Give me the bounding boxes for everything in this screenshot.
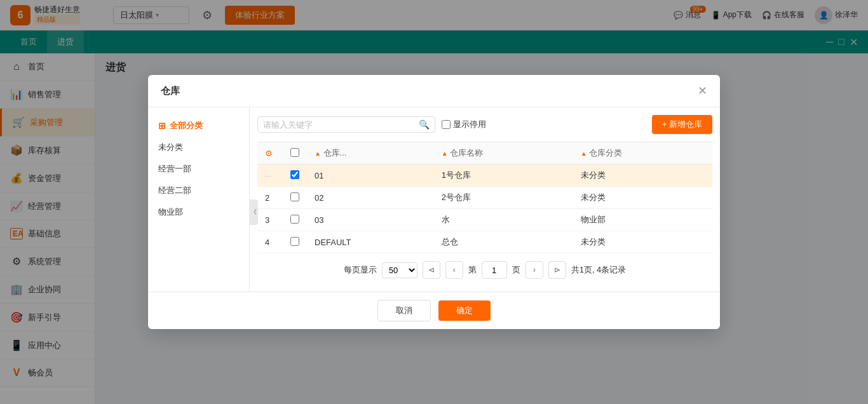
first-page-button[interactable]: ⊲ [423, 261, 440, 279]
cancel-button[interactable]: 取消 [377, 300, 431, 321]
row-code: 02 [307, 187, 434, 209]
row-actions: 2 [257, 187, 283, 209]
th-checkbox [283, 142, 307, 165]
cat-item-all[interactable]: ⊞ 全部分类 [148, 115, 249, 137]
sort-icon: ▲ [315, 150, 321, 157]
row-code: 01 [307, 165, 434, 187]
next-page-button[interactable]: › [526, 261, 543, 279]
warehouse-modal: 仓库 ✕ 《 ⊞ 全部分类 未分类 经营一部 经营二部 [148, 75, 720, 329]
row-checkbox [283, 187, 307, 209]
row-code: 03 [307, 209, 434, 231]
th-name: ▲ 仓库名称 [434, 142, 573, 165]
cat-item-unclassified[interactable]: 未分类 [148, 137, 249, 158]
row-actions: 3 [257, 209, 283, 231]
modal-footer: 取消 确定 [148, 292, 720, 329]
last-page-button[interactable]: ⊳ [548, 261, 566, 279]
row-select-checkbox[interactable] [290, 237, 299, 246]
cat-item-ops1[interactable]: 经营一部 [148, 158, 249, 180]
category-sidebar: 《 ⊞ 全部分类 未分类 经营一部 经营二部 物业部 [148, 107, 250, 292]
row-name: 1号仓库 [434, 165, 573, 187]
row-name: 2号仓库 [434, 187, 573, 209]
sort-icon-2: ▲ [442, 150, 448, 157]
row-select-checkbox[interactable] [290, 215, 299, 224]
cat-item-property[interactable]: 物业部 [148, 201, 249, 223]
select-all-checkbox[interactable] [290, 148, 299, 157]
row-category: 未分类 [573, 231, 712, 253]
row-category: 未分类 [573, 187, 712, 209]
row-actions: 4 [257, 231, 283, 253]
th-category: ▲ 仓库分类 [573, 142, 712, 165]
row-code: DEFAULT [307, 231, 434, 253]
row-checkbox [283, 209, 307, 231]
modal-header: 仓库 ✕ [148, 75, 720, 107]
pagination: 每页显示 50 100 200 ⊲ ‹ 第 页 › ⊳ 共1页, 4条记录 [257, 253, 712, 284]
row-select-checkbox[interactable] [290, 192, 299, 201]
cat-collapse-button[interactable]: 《 [249, 199, 258, 225]
table-container: ⚙ ▲ 仓库... ▲ [257, 142, 712, 253]
more-icon[interactable]: ··· [265, 171, 272, 180]
grid-icon: ⊞ [158, 121, 166, 131]
modal-close-button[interactable]: ✕ [698, 84, 707, 98]
sort-icon-3: ▲ [581, 150, 587, 157]
warehouse-table: ⚙ ▲ 仓库... ▲ [257, 142, 712, 253]
search-box: 🔍 [257, 116, 435, 133]
per-page-select[interactable]: 50 100 200 [382, 262, 417, 278]
modal-toolbar: 🔍 显示停用 + 新增仓库 [257, 115, 712, 134]
show-disabled-checkbox[interactable] [442, 120, 451, 129]
confirm-button[interactable]: 确定 [438, 300, 491, 321]
modal-body: 《 ⊞ 全部分类 未分类 经营一部 经营二部 物业部 [148, 107, 720, 292]
modal-overlay: 仓库 ✕ 《 ⊞ 全部分类 未分类 经营一部 经营二部 [0, 0, 868, 404]
row-select-checkbox[interactable] [290, 170, 299, 179]
row-name: 总仓 [434, 231, 573, 253]
row-checkbox [283, 231, 307, 253]
row-category: 物业部 [573, 209, 712, 231]
modal-title: 仓库 [161, 85, 180, 97]
table-row[interactable]: ··· 01 1号仓库 未分类 [257, 165, 712, 187]
row-name: 水 [434, 209, 573, 231]
show-disabled-label[interactable]: 显示停用 [442, 119, 486, 130]
th-settings: ⚙ [257, 142, 283, 165]
table-row[interactable]: 2 02 2号仓库 未分类 [257, 187, 712, 209]
add-warehouse-button[interactable]: + 新增仓库 [652, 115, 712, 134]
search-icon[interactable]: 🔍 [419, 119, 430, 130]
row-actions: ··· [257, 165, 283, 187]
cat-item-ops2[interactable]: 经营二部 [148, 180, 249, 201]
th-code: ▲ 仓库... [307, 142, 434, 165]
prev-page-button[interactable]: ‹ [445, 261, 463, 279]
settings-icon[interactable]: ⚙ [265, 149, 273, 158]
page-input[interactable] [482, 261, 507, 279]
table-row[interactable]: 3 03 水 物业部 [257, 209, 712, 231]
search-input[interactable] [263, 120, 419, 130]
row-checkbox [283, 165, 307, 187]
table-row[interactable]: 4 DEFAULT 总仓 未分类 [257, 231, 712, 253]
row-category: 未分类 [573, 165, 712, 187]
modal-table-area: 🔍 显示停用 + 新增仓库 ⚙ [250, 107, 720, 292]
